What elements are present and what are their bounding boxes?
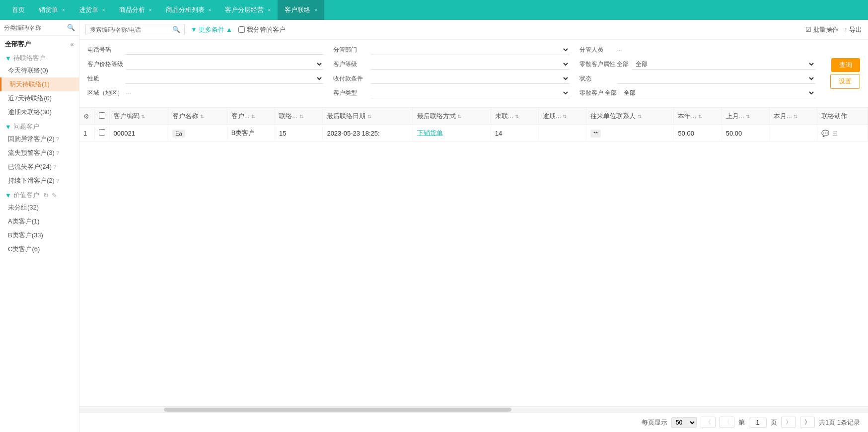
collapse-icon[interactable]: «	[70, 40, 74, 48]
filter-row-3: 性质 收付款条件 状态	[87, 73, 825, 84]
sidebar-search-wrap: 🔍	[0, 20, 79, 36]
sidebar-item-lost[interactable]: 已流失客户(24) ?	[0, 160, 79, 174]
first-page-btn[interactable]: 《	[701, 417, 716, 428]
filter-dept: 分管部门	[333, 45, 579, 55]
nav-customer-tier[interactable]: 客户分层经营 ×	[218, 0, 278, 20]
scrollbar-thumb[interactable]	[164, 408, 511, 412]
nav-analysis[interactable]: 商品分析 ×	[112, 0, 159, 20]
page-size-select[interactable]: 10 20 50 100	[671, 417, 697, 428]
settings-button[interactable]: 设置	[830, 74, 860, 89]
sidebar-item-declining[interactable]: 持续下滑客户(2) ?	[0, 174, 79, 188]
query-button[interactable]: 查询	[831, 58, 860, 72]
filter-payment: 收付款条件	[333, 73, 579, 84]
sidebar-item-today[interactable]: 今天待联络(0)	[0, 64, 79, 77]
row-last-method[interactable]: 下销货单	[413, 125, 491, 142]
qr-icon[interactable]: ⊞	[832, 130, 838, 137]
sidebar-item-overdue[interactable]: 逾期未联络(30)	[0, 105, 79, 119]
th-uncontacted[interactable]: 未联... ⇅	[491, 108, 538, 125]
nav-home[interactable]: 首页	[5, 0, 32, 20]
th-last-method[interactable]: 最后联络方式 ⇅	[413, 108, 491, 125]
horizontal-scrollbar[interactable]	[79, 406, 868, 412]
th-overdue[interactable]: 逾期... ⇅	[539, 108, 586, 125]
th-this-year[interactable]: 本年... ⇅	[674, 108, 722, 125]
filter-price-level-select[interactable]	[126, 59, 323, 70]
sidebar-item-class-a[interactable]: A类客户(1)	[0, 215, 79, 228]
edit-icon[interactable]: ✎	[52, 192, 57, 199]
row-type: B类客户	[227, 125, 275, 142]
group-value-customer: ▼ 价值客户 ↻ ✎	[0, 188, 79, 201]
main-layout: 🔍 全部客户 « ▼ 待联络客户 今天待联络(0) 明天待联络(1) 近7天待联…	[0, 20, 868, 432]
main-search-input[interactable]	[90, 26, 170, 33]
row-uncontacted: 14	[491, 125, 538, 142]
nav-purchase[interactable]: 进货单 ×	[72, 0, 112, 20]
filter-retail-attr-select[interactable]: 全部	[632, 59, 815, 70]
export-btn[interactable]: ↑ 导出	[845, 25, 863, 34]
sidebar-item-repurchase-abnormal[interactable]: 回购异常客户(2) ?	[0, 132, 79, 146]
filter-nature-select[interactable]	[125, 73, 323, 84]
sidebar: 🔍 全部客户 « ▼ 待联络客户 今天待联络(0) 明天待联络(1) 近7天待联…	[0, 20, 79, 432]
filter-person-dots[interactable]: ···	[617, 47, 622, 54]
th-name[interactable]: 客户名称 ⇅	[168, 108, 227, 125]
close-icon[interactable]: ×	[62, 7, 65, 13]
sidebar-item-7days[interactable]: 近7天待联络(0)	[0, 91, 79, 105]
filter-customer-level-select[interactable]	[371, 59, 569, 70]
triangle-icon: ▼	[5, 55, 11, 62]
th-type[interactable]: 客户... ⇅	[227, 108, 275, 125]
nav-customer-contact[interactable]: 客户联络 ×	[278, 0, 324, 20]
row-select-checkbox[interactable]	[99, 129, 105, 136]
filter-row-2: 客户价格等级 客户等级 零散客户属性 全部	[87, 59, 825, 70]
filter-phone-input[interactable]	[125, 45, 323, 55]
filter-actions: 查询 设置	[825, 45, 860, 102]
toolbar-right: ☑ 批量操作 ↑ 导出	[805, 25, 863, 34]
sidebar-item-ungrouped[interactable]: 未分组(32)	[0, 201, 79, 215]
filter-retail-select[interactable]: 全部	[620, 88, 815, 98]
row-contact-count: 15	[275, 125, 323, 142]
question-icon: ?	[56, 150, 59, 156]
filter-region-dots[interactable]: ···	[126, 90, 131, 97]
close-icon[interactable]: ×	[102, 7, 105, 13]
th-this-month[interactable]: 本月... ⇅	[770, 108, 817, 125]
close-icon[interactable]: ×	[314, 7, 317, 13]
export-icon: ↑	[845, 26, 848, 33]
more-filter-btn[interactable]: ▼ 更多条件 ▲	[189, 25, 234, 34]
toolbar: 🔍 ▼ 更多条件 ▲ 我分管的客户 ☑ 批量操作 ↑ 导出	[79, 20, 868, 40]
next-page-btn[interactable]: 〉	[781, 417, 796, 428]
row-code: 000021	[109, 125, 168, 142]
sidebar-search-input[interactable]	[4, 24, 65, 31]
batch-op-btn[interactable]: ☑ 批量操作	[805, 25, 839, 34]
refresh-icon[interactable]: ↻	[43, 192, 49, 199]
close-icon[interactable]: ×	[268, 7, 271, 13]
nav-analysis-list[interactable]: 商品分析列表 ×	[159, 0, 218, 20]
my-customers-checkbox[interactable]	[238, 26, 245, 33]
filter-dept-select[interactable]	[371, 45, 569, 55]
th-code[interactable]: 客户编码 ⇅	[109, 108, 168, 125]
prev-page-btn[interactable]: 〈	[720, 417, 734, 428]
close-icon[interactable]: ×	[209, 7, 212, 13]
sidebar-item-tomorrow[interactable]: 明天待联络(1)	[0, 77, 79, 91]
filter-status-select[interactable]	[617, 73, 815, 84]
table-footer: 每页显示 10 20 50 100 《 〈 第 页 〉 》 共1页 1条记录	[79, 412, 868, 432]
triangle-icon: ▼	[5, 123, 11, 131]
nav-sales[interactable]: 销货单 ×	[32, 0, 72, 20]
th-last-date[interactable]: 最后联络日期 ⇅	[323, 108, 413, 125]
row-last-month: 50.00	[722, 125, 769, 142]
group-problem-customer: ▼ 问题客户	[0, 119, 79, 132]
chat-icon[interactable]: 💬	[821, 130, 829, 137]
sidebar-item-churn-warning[interactable]: 流失预警客户(3) ?	[0, 146, 79, 160]
sidebar-item-class-b[interactable]: B类客户(33)	[0, 228, 79, 242]
row-checkbox[interactable]	[94, 125, 109, 142]
page-number-input[interactable]	[749, 418, 767, 428]
filter-customer-type-select[interactable]	[371, 88, 569, 98]
total-pages-label: 页	[771, 418, 777, 427]
filter-payment-select[interactable]	[371, 73, 569, 84]
select-all-checkbox[interactable]	[99, 112, 105, 119]
th-unit-contact[interactable]: 往来单位联系人 ⇅	[586, 108, 674, 125]
sidebar-item-class-c[interactable]: C类客户(6)	[0, 242, 79, 256]
close-icon[interactable]: ×	[149, 7, 152, 13]
last-page-btn[interactable]: 》	[800, 417, 815, 428]
row-overdue	[539, 125, 586, 142]
th-last-month[interactable]: 上月... ⇅	[722, 108, 769, 125]
th-contact-count[interactable]: 联络... ⇅	[275, 108, 323, 125]
th-checkbox[interactable]	[94, 108, 109, 125]
th-settings[interactable]: ⚙	[79, 108, 94, 125]
